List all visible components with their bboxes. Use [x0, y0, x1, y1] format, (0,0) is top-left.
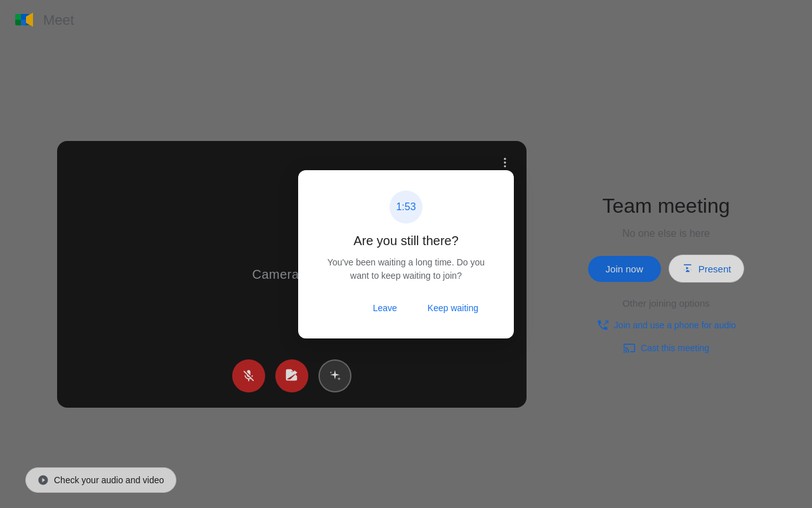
timer-value: 1:53: [396, 201, 416, 213]
keep-waiting-button[interactable]: Keep waiting: [417, 298, 488, 318]
modal-body: You've been waiting a long time. Do you …: [324, 256, 488, 283]
are-you-still-there-modal: 1:53 Are you still there? You've been wa…: [298, 170, 514, 338]
modal-title: Are you still there?: [353, 234, 459, 248]
timer-badge: 1:53: [390, 190, 422, 224]
modal-actions: Leave Keep waiting: [363, 298, 488, 318]
modal-overlay: 1:53 Are you still there? You've been wa…: [0, 0, 812, 508]
leave-button[interactable]: Leave: [363, 298, 407, 318]
